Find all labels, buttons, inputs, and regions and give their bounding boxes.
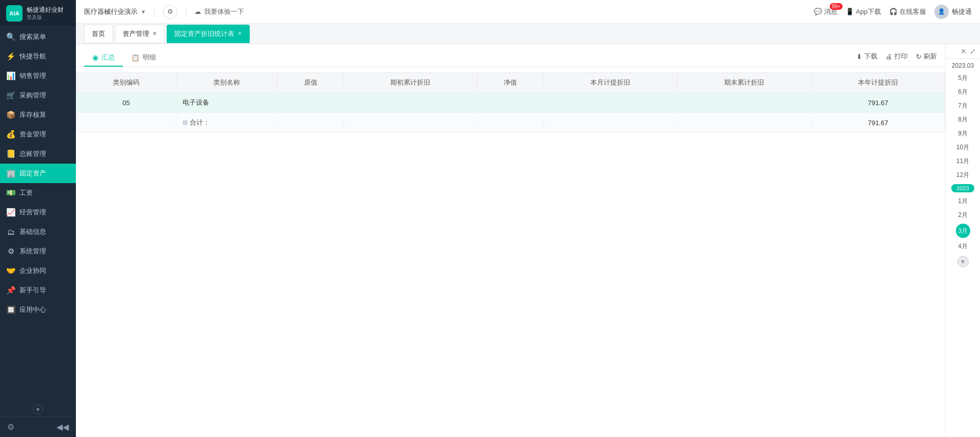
sidebar-item-operation[interactable]: 📈 经营管理 [0, 203, 76, 222]
sidebar-item-quick-nav[interactable]: ⚡ 快捷导航 [0, 47, 76, 66]
sidebar-item-purchase[interactable]: 🛒 采购管理 [0, 86, 76, 105]
app-download-button[interactable]: 📱 App下载 [846, 7, 881, 16]
online-service-button[interactable]: 🎧 在线客服 [889, 7, 926, 16]
experience-button[interactable]: ☁ 我要体验一下 [194, 7, 244, 16]
purchase-icon: 🛒 [6, 91, 15, 100]
sidebar-item-funds[interactable]: 💰 资金管理 [0, 125, 76, 144]
col-annual-depreciation: 本年计提折旧 [811, 73, 945, 93]
system-icon: ⚙ [6, 247, 15, 256]
sidebar-item-system[interactable]: ⚙ 系统管理 [0, 242, 76, 261]
col-code: 类别编码 [76, 73, 176, 93]
ledger-icon: 📒 [6, 149, 15, 158]
sidebar-item-guide[interactable]: 📌 新手引导 [0, 281, 76, 300]
date-item-9[interactable]: 9月 [946, 127, 980, 141]
apps-icon: 🔲 [6, 305, 15, 314]
sidebar-item-ledger[interactable]: 📒 总账管理 [0, 144, 76, 164]
date-item-jan[interactable]: 1月 [946, 194, 980, 208]
close-tab-depreciation-button[interactable]: ✕ [237, 30, 242, 37]
col-name: 类别名称 [176, 73, 277, 93]
avatar: 👤 [934, 5, 949, 19]
print-icon: 🖨 [886, 53, 892, 61]
subtab-detail[interactable]: 📋 明细 [123, 49, 164, 67]
col-monthly-depreciation: 本月计提折旧 [544, 73, 677, 93]
salary-icon: 💵 [6, 188, 15, 197]
total-empty [76, 113, 176, 133]
date-item-12[interactable]: 12月 [946, 168, 980, 182]
sidebar-item-fixed-assets[interactable]: 🏢 固定资产 [0, 164, 76, 183]
sidebar-item-basic-info[interactable]: 🗂 基础信息 [0, 222, 76, 242]
sidebar-item-apps[interactable]: 🔲 应用中心 [0, 300, 76, 320]
operation-icon: 📈 [6, 208, 15, 217]
subtab-bar: ◉ 汇总 📋 明细 ⬇ 下载 🖨 打印 [76, 44, 945, 67]
tab-asset-management[interactable]: 资产管理 ✕ [115, 25, 165, 43]
notification-badge: 99+ [830, 3, 843, 10]
topbar-settings-button[interactable]: ⚙ [163, 5, 177, 19]
cell-initial-depreciation [344, 93, 477, 113]
close-tab-asset-management-button[interactable]: ✕ [152, 30, 157, 37]
summary-icon: ◉ [92, 53, 98, 62]
avatar-icon: 👤 [938, 8, 945, 15]
total-label: ⊞ 合计： [176, 113, 277, 133]
date-item-11[interactable]: 11月 [946, 154, 980, 168]
date-panel-title: 2023.03 [946, 59, 980, 71]
sidebar-item-inventory[interactable]: 📦 库存核算 [0, 105, 76, 125]
sales-icon: 📊 [6, 71, 15, 81]
detail-icon: 📋 [131, 54, 139, 62]
table-wrap: 类别编码 类别名称 原值 期初累计折旧 净值 本月计提折旧 期末累计折旧 本年计… [76, 67, 945, 437]
total-initial-depreciation [344, 113, 477, 133]
enterprise-icon: 🤝 [6, 266, 15, 275]
settings-bottom-icon[interactable]: ⚙ [7, 422, 14, 432]
date-item-10[interactable]: 10月 [946, 141, 980, 154]
subtab-left: ◉ 汇总 📋 明细 [84, 49, 164, 67]
scroll-down-date-button[interactable]: ▼ [946, 253, 980, 270]
expand-date-panel-button[interactable]: ⤢ [970, 47, 976, 55]
download-button[interactable]: ⬇ 下载 [856, 52, 877, 61]
col-original-value: 原值 [277, 73, 344, 93]
content-area: ◉ 汇总 📋 明细 ⬇ 下载 🖨 打印 [76, 44, 980, 437]
refresh-icon: ↻ [916, 53, 922, 61]
refresh-button[interactable]: ↻ 刷新 [916, 52, 937, 61]
user-profile-button[interactable]: 👤 畅捷通 [934, 5, 972, 19]
funds-icon: 💰 [6, 130, 15, 139]
total-ending-depreciation [677, 113, 811, 133]
collapse-sidebar-button[interactable]: ◀◀ [56, 422, 69, 432]
sidebar-item-enterprise[interactable]: 🤝 企业协同 [0, 261, 76, 281]
lightning-icon: ⚡ [6, 52, 15, 61]
topbar-right: 💬 消息 99+ 📱 App下载 🎧 在线客服 👤 畅捷通 [814, 5, 972, 19]
company-selector[interactable]: 医疗器械行业演示 ▼ [84, 7, 146, 16]
date-item-apr[interactable]: 4月 [946, 240, 980, 253]
tab-depreciation-report[interactable]: 固定资产折旧统计表 ✕ [167, 25, 250, 43]
date-item-5[interactable]: 5月 [946, 71, 980, 85]
notifications-button[interactable]: 💬 消息 99+ [814, 7, 837, 16]
chevron-down-icon: ▼ [141, 9, 146, 15]
date-item-8[interactable]: 8月 [946, 113, 980, 127]
scroll-down-indicator: ▼ [33, 404, 43, 414]
subtab-summary[interactable]: ◉ 汇总 [84, 49, 123, 67]
date-panel: ✕ ⤢ 2023.03 5月 6月 7月 8月 9月 10月 11月 12月 2… [945, 44, 980, 437]
logo-icon: AtA [6, 5, 23, 22]
table-total-row: ⊞ 合计： 791.67 [76, 113, 945, 133]
date-item-6[interactable]: 6月 [946, 85, 980, 99]
date-item-mar[interactable]: 3月 [956, 224, 970, 238]
gear-icon: ⚙ [167, 8, 173, 15]
sidebar-item-salary[interactable]: 💵 工资 [0, 183, 76, 203]
cell-annual-depreciation: 791.67 [811, 93, 945, 113]
close-date-panel-button[interactable]: ✕ [961, 47, 967, 55]
cell-ending-depreciation [677, 93, 811, 113]
tab-home[interactable]: 首页 [84, 25, 113, 43]
date-item-7[interactable]: 7月 [946, 99, 980, 113]
total-annual-depreciation: 791.67 [811, 113, 945, 133]
message-icon: 💬 [814, 8, 822, 15]
sidebar-item-search[interactable]: 🔍 搜索菜单 [0, 27, 76, 47]
basic-info-icon: 🗂 [6, 227, 15, 236]
topbar-divider2 [186, 7, 186, 17]
sidebar-item-sales[interactable]: 📊 销售管理 [0, 66, 76, 86]
date-item-feb[interactable]: 2月 [946, 208, 980, 222]
year-2023-badge: 2023 [946, 184, 980, 192]
logo-text: 畅捷通好业财 普及版 [27, 6, 64, 21]
date-panel-header: ✕ ⤢ [946, 44, 980, 59]
print-button[interactable]: 🖨 打印 [886, 52, 908, 61]
total-icon: ⊞ [183, 119, 188, 126]
mobile-icon: 📱 [846, 8, 854, 15]
fixed-assets-icon: 🏢 [6, 169, 15, 178]
